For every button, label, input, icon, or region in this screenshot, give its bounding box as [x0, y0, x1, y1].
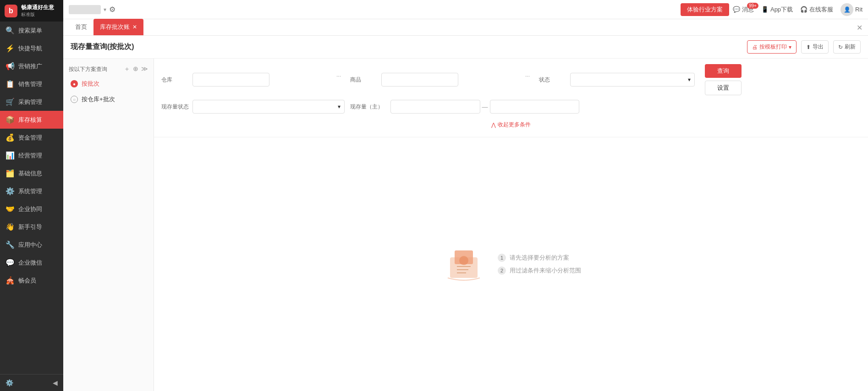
- topbar: ▾ ⚙ 体验行业方案 💬 消息 99+ 📱 App下载 🎧 在线客服 👤 Rit: [63, 0, 868, 19]
- trial-button[interactable]: 体验行业方案: [681, 3, 729, 16]
- chevron-down-icon: ▾: [338, 103, 341, 110]
- chevron-down-icon: ▾: [688, 76, 691, 83]
- right-content: 仓库 ··· 商品 ··· 状态: [154, 59, 868, 391]
- system-icon: ⚙️: [5, 187, 15, 196]
- collapse-panel-icon[interactable]: ≫: [141, 65, 148, 73]
- sidebar-item-label: 企业微信: [18, 259, 42, 267]
- scheme-item-warehouse-batch[interactable]: ○ 按仓库+批次: [63, 92, 154, 107]
- tip-text-2: 用过滤条件来缩小分析范围: [510, 266, 581, 275]
- content-area: 按以下方案查询 ＋ ⊕ ≫ ● 按批次 ○ 按仓库+批次: [63, 59, 868, 391]
- inventory-qty-min-input[interactable]: [390, 100, 480, 114]
- filter-area: 仓库 ··· 商品 ··· 状态: [154, 59, 868, 137]
- sidebar-item-system[interactable]: ⚙️ 系统管理: [0, 182, 63, 200]
- company-name: 畅康通好生意: [21, 4, 54, 11]
- filter-row-1: 仓库 ··· 商品 ··· 状态: [161, 64, 861, 95]
- warehouse-input[interactable]: [192, 73, 269, 87]
- sidebar-item-finance[interactable]: 💰 资金管理: [0, 129, 63, 147]
- product-input[interactable]: [381, 73, 458, 87]
- tip-num-1: 1: [498, 254, 506, 262]
- status-select[interactable]: ▾: [570, 73, 695, 87]
- print-button[interactable]: 🖨 按模板打印 ▾: [747, 40, 797, 54]
- tabbar: 首页 库存批次账 ✕ ✕: [63, 19, 868, 36]
- status-label: 状态: [539, 76, 566, 84]
- inventory-icon: 📦: [5, 115, 15, 124]
- tip-num-2: 2: [498, 266, 506, 275]
- sidebar-bottom: ⚙️ ◀: [0, 374, 63, 391]
- sidebar-item-basic-info[interactable]: 🗂️ 基础信息: [0, 164, 63, 182]
- panel-close-icon[interactable]: ✕: [857, 23, 863, 32]
- app-center-icon: 🔧: [5, 240, 15, 249]
- sidebar-item-marketing[interactable]: 📢 营销推广: [0, 57, 63, 75]
- finance-icon: 💰: [5, 133, 15, 142]
- inventory-qty-label: 现存量（主）: [350, 103, 387, 111]
- tip-item-2: 2 用过滤条件来缩小分析范围: [498, 266, 581, 275]
- sidebar-item-label: 销售管理: [18, 80, 42, 88]
- user-profile-item[interactable]: 👤 Rit: [841, 3, 863, 16]
- sidebar-header: b 畅康通好生意 标准版: [0, 0, 63, 22]
- collapse-sidebar-icon[interactable]: ◀: [53, 379, 58, 386]
- product-more-icon[interactable]: ···: [525, 73, 530, 79]
- refresh-button[interactable]: ↻ 刷新: [833, 40, 861, 54]
- export-button[interactable]: ⬆ 导出: [801, 40, 829, 54]
- scheme-item-batch[interactable]: ● 按批次: [63, 76, 154, 92]
- sidebar-item-search[interactable]: 🔍 搜索菜单: [0, 22, 63, 39]
- sidebar-item-quick-nav[interactable]: ⚡ 快捷导航: [0, 39, 63, 57]
- wechat-icon: 💬: [5, 258, 15, 267]
- sidebar-item-label: 采购管理: [18, 98, 42, 106]
- sidebar-item-operations[interactable]: 📊 经营管理: [0, 147, 63, 164]
- newbie-icon: 👋: [5, 223, 15, 231]
- settings-bottom-icon[interactable]: ⚙️: [5, 379, 13, 386]
- basic-info-icon: 🗂️: [5, 169, 15, 178]
- inventory-status-select[interactable]: ▾: [192, 100, 345, 114]
- inventory-status-label: 现存量状态: [161, 103, 189, 111]
- sidebar-item-label: 畅会员: [18, 277, 36, 285]
- sidebar-item-label: 经营管理: [18, 152, 42, 160]
- chevron-down-icon[interactable]: ▾: [104, 6, 106, 13]
- export-icon: ⬆: [806, 44, 811, 50]
- warehouse-more-icon[interactable]: ···: [336, 73, 341, 79]
- tab-home[interactable]: 首页: [69, 19, 93, 35]
- tab-close-icon[interactable]: ✕: [132, 24, 137, 30]
- app-logo: b: [5, 5, 17, 17]
- collapse-up-icon: ⋀: [491, 122, 496, 128]
- empty-tips: 1 请先选择要分析的方案 2 用过滤条件来缩小分析范围: [498, 254, 581, 275]
- avatar: 👤: [841, 3, 853, 16]
- inventory-qty-max-input[interactable]: [490, 100, 580, 114]
- app-version: 标准版: [21, 11, 54, 18]
- message-badge: 99+: [747, 3, 758, 9]
- filter-action-btns: 查询 设置: [705, 64, 742, 95]
- empty-state: 1 请先选择要分析的方案 2 用过滤条件来缩小分析范围: [154, 137, 868, 391]
- sidebar-item-label: 基础信息: [18, 169, 42, 178]
- range-dash: —: [482, 103, 488, 110]
- online-service-item[interactable]: 🎧 在线客服: [800, 5, 833, 14]
- add-scheme-icon[interactable]: ＋: [124, 65, 130, 73]
- sidebar-item-newbie[interactable]: 👋 新手引导: [0, 218, 63, 236]
- sidebar-item-label: 库存核算: [18, 116, 42, 124]
- gear-icon[interactable]: ⚙: [109, 5, 115, 14]
- sidebar-item-inventory[interactable]: 📦 库存核算: [0, 111, 63, 129]
- collapse-bar[interactable]: ⋀ 收起更多条件: [161, 118, 861, 131]
- scheme-settings-icon[interactable]: ⊕: [133, 65, 138, 73]
- sidebar-item-wechat[interactable]: 💬 企业微信: [0, 254, 63, 272]
- breadcrumb-box: [69, 5, 101, 14]
- svg-point-2: [459, 256, 468, 265]
- settings-button[interactable]: 设置: [705, 81, 742, 95]
- sidebar-item-purchase[interactable]: 🛒 采购管理: [0, 93, 63, 111]
- warehouse-field: 仓库 ···: [161, 73, 345, 87]
- app-download-item[interactable]: 📱 App下载: [761, 5, 793, 14]
- page-header: 现存量查询(按批次) 🖨 按模板打印 ▾ ⬆ 导出 ↻ 刷新: [63, 36, 868, 59]
- query-button[interactable]: 查询: [705, 64, 742, 78]
- messages-item[interactable]: 💬 消息 99+: [733, 5, 754, 14]
- sidebar-item-member[interactable]: 🎪 畅会员: [0, 272, 63, 289]
- member-icon: 🎪: [5, 276, 15, 285]
- chevron-down-icon[interactable]: ▾: [789, 44, 791, 50]
- sidebar-item-app-center[interactable]: 🔧 应用中心: [0, 236, 63, 254]
- sidebar-item-collab[interactable]: 🤝 企业协同: [0, 200, 63, 218]
- quick-nav-icon: ⚡: [5, 44, 15, 53]
- tip-text-1: 请先选择要分析的方案: [510, 254, 569, 262]
- tab-inventory-batch[interactable]: 库存批次账 ✕: [93, 19, 143, 35]
- sidebar-nav-area: 🔍 搜索菜单 ⚡ 快捷导航 📢 营销推广 📋 销售管理 🛒 采购管理 📦 库存核…: [0, 22, 63, 374]
- inventory-qty-field: 现存量（主） —: [350, 100, 579, 114]
- sidebar-item-sales[interactable]: 📋 销售管理: [0, 75, 63, 93]
- operations-icon: 📊: [5, 151, 15, 160]
